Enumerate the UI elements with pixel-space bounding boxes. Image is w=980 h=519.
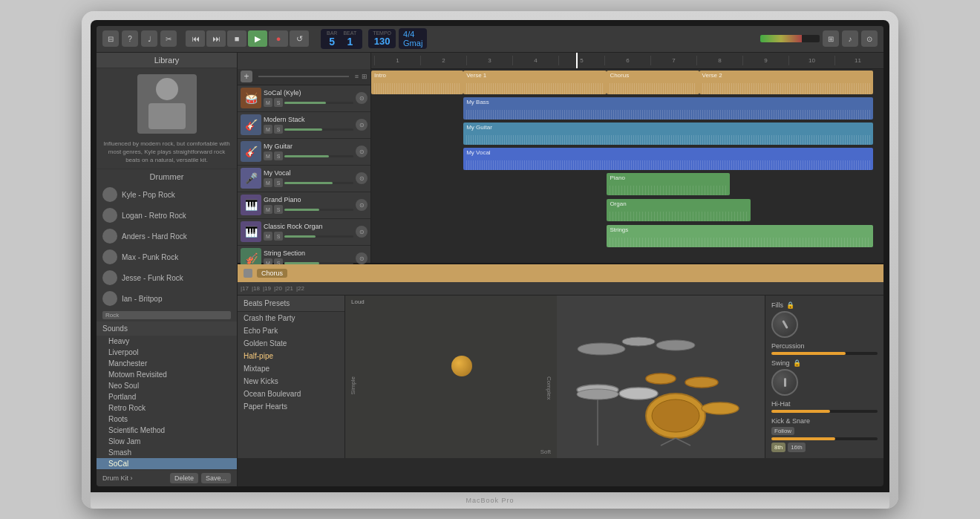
sound-item[interactable]: Portland: [97, 391, 237, 402]
drummer-item[interactable]: Max - Punk Rock: [97, 247, 237, 267]
sound-item[interactable]: Retro Rock: [97, 402, 237, 414]
clip-piano[interactable]: Piano: [607, 173, 730, 195]
performance-knob[interactable]: [451, 356, 472, 376]
sound-item[interactable]: Smash: [97, 447, 237, 458]
midi-btn[interactable]: ⊞: [823, 30, 839, 47]
solo-btn[interactable]: S: [274, 205, 283, 214]
clip-drum-verse2[interactable]: Verse 2: [699, 71, 874, 94]
beats-item[interactable]: Paper Hearts: [238, 400, 344, 413]
clip-guitar[interactable]: My Guitar: [463, 123, 873, 145]
beats-item[interactable]: Golden State: [238, 337, 344, 350]
clip-bass[interactable]: My Bass: [463, 97, 873, 120]
note-btn[interactable]: ♪: [842, 30, 858, 47]
beats-item[interactable]: New Kicks: [238, 375, 344, 388]
rewind-btn[interactable]: ⏮: [186, 30, 205, 47]
delete-btn[interactable]: Delete: [170, 473, 198, 483]
smartcontrols-btn[interactable]: ⊙: [861, 30, 878, 47]
track-fader[interactable]: [284, 262, 353, 264]
save-btn[interactable]: Save...: [201, 473, 231, 483]
solo-btn[interactable]: S: [274, 125, 283, 134]
track-settings-btn[interactable]: ⊙: [356, 226, 368, 238]
clip-drum-intro[interactable]: Intro: [371, 71, 463, 94]
mute-btn[interactable]: M: [264, 125, 272, 134]
mute-btn[interactable]: M: [264, 98, 272, 107]
track-row[interactable]: 🎸 My Guitar M S: [238, 139, 370, 166]
drummer-item[interactable]: Kyle - Pop Rock: [97, 184, 237, 205]
track-fader[interactable]: [284, 209, 353, 211]
mute-btn[interactable]: M: [264, 178, 272, 187]
clip-organ[interactable]: Organ: [607, 199, 750, 221]
track-fader[interactable]: [284, 235, 353, 238]
clip-strings[interactable]: Strings: [607, 225, 873, 247]
track-row[interactable]: 🥁 SoCal (Kyle) M S: [238, 85, 370, 112]
beats-item[interactable]: Echo Park: [238, 324, 344, 337]
beats-item-selected[interactable]: Half-pipe: [238, 350, 344, 362]
sound-item[interactable]: Neo Soul: [97, 380, 237, 391]
play-btn[interactable]: ▶: [248, 30, 267, 47]
add-track-btn[interactable]: +: [241, 71, 252, 82]
sound-item-selected[interactable]: SoCal: [97, 458, 237, 469]
clip-drum-chorus[interactable]: Chorus: [607, 71, 699, 94]
track-fader[interactable]: [284, 102, 353, 104]
help-btn[interactable]: ?: [122, 30, 138, 47]
track-settings-btn[interactable]: ⊙: [356, 252, 368, 264]
sound-item[interactable]: Manchester: [97, 358, 237, 369]
drummer-performance-area[interactable]: Loud Simple Complex Soft: [345, 296, 557, 458]
scissors-btn[interactable]: ✂: [160, 30, 177, 47]
track-row-grand-piano[interactable]: 🎹 Grand Piano M S: [238, 192, 370, 219]
tracks-timeline[interactable]: Intro Verse 1 Chorus: [371, 69, 883, 263]
stop-btn[interactable]: ■: [227, 30, 246, 47]
track-settings-btn[interactable]: ⊙: [356, 146, 368, 157]
solo-btn[interactable]: S: [274, 232, 283, 241]
note-16th-btn[interactable]: 16th: [788, 443, 806, 452]
sound-item[interactable]: Scientific Method: [97, 425, 237, 436]
drummer-item[interactable]: Logan - Retro Rock: [97, 205, 237, 226]
percussion-slider[interactable]: [771, 352, 878, 355]
beats-item[interactable]: Ocean Boulevard: [238, 388, 344, 400]
metronome-btn[interactable]: ♩: [141, 30, 157, 47]
track-settings-btn[interactable]: ⊙: [356, 172, 368, 184]
sound-item[interactable]: Heavy: [97, 336, 237, 347]
track-fader[interactable]: [284, 128, 353, 131]
mute-btn[interactable]: M: [264, 232, 272, 241]
solo-btn[interactable]: S: [274, 98, 283, 107]
mute-btn[interactable]: M: [264, 151, 272, 160]
drummer-item[interactable]: Ian - Britpop: [97, 288, 237, 309]
beats-item[interactable]: Mixtape: [238, 362, 344, 375]
record-btn[interactable]: ●: [269, 30, 288, 47]
kick-snare-slider[interactable]: [771, 437, 878, 440]
track-settings-btn[interactable]: ⊙: [356, 119, 368, 131]
hihat-slider[interactable]: [771, 410, 878, 413]
track-row[interactable]: 🎸 Modern Stack M S: [238, 112, 370, 139]
follow-btn[interactable]: Follow: [771, 427, 794, 435]
beats-item[interactable]: Crash the Party: [238, 312, 344, 324]
tempo-display[interactable]: TEMPO 130: [368, 29, 396, 48]
sound-item[interactable]: Slow Jam: [97, 436, 237, 447]
forward-btn[interactable]: ⏭: [206, 30, 226, 47]
cycle-btn[interactable]: ↺: [290, 30, 309, 47]
clip-drum-verse1[interactable]: Verse 1: [463, 71, 607, 94]
sound-item[interactable]: Roots: [97, 414, 237, 425]
solo-btn[interactable]: S: [274, 178, 283, 187]
track-options-btn[interactable]: ⊞: [362, 73, 368, 80]
track-settings-btn[interactable]: ⊙: [356, 199, 368, 211]
library-toggle-btn[interactable]: ⊟: [102, 30, 119, 47]
track-mode-btn[interactable]: ≡: [355, 73, 359, 80]
drummer-avatar: [102, 270, 117, 285]
track-row[interactable]: 🎤 My Vocal M S: [238, 166, 370, 192]
perf-area[interactable]: Simple Complex: [345, 308, 557, 445]
drummer-item[interactable]: Anders - Hard Rock: [97, 226, 237, 247]
swing-knob[interactable]: [771, 369, 798, 396]
sound-item[interactable]: Liverpool: [97, 347, 237, 358]
mute-btn[interactable]: M: [264, 205, 272, 214]
track-fader[interactable]: [284, 182, 353, 184]
track-row[interactable]: 🎹 Classic Rock Organ M S: [238, 219, 370, 246]
sound-item[interactable]: Motown Revisited: [97, 369, 237, 380]
fills-knob[interactable]: [771, 311, 798, 338]
drummer-item[interactable]: Jesse - Funk Rock: [97, 267, 237, 288]
track-settings-btn[interactable]: ⊙: [356, 92, 368, 104]
note-8th-btn[interactable]: 8th: [771, 443, 785, 452]
solo-btn[interactable]: S: [274, 151, 283, 160]
track-fader[interactable]: [284, 155, 353, 157]
clip-vocal[interactable]: My Vocal: [463, 148, 873, 170]
